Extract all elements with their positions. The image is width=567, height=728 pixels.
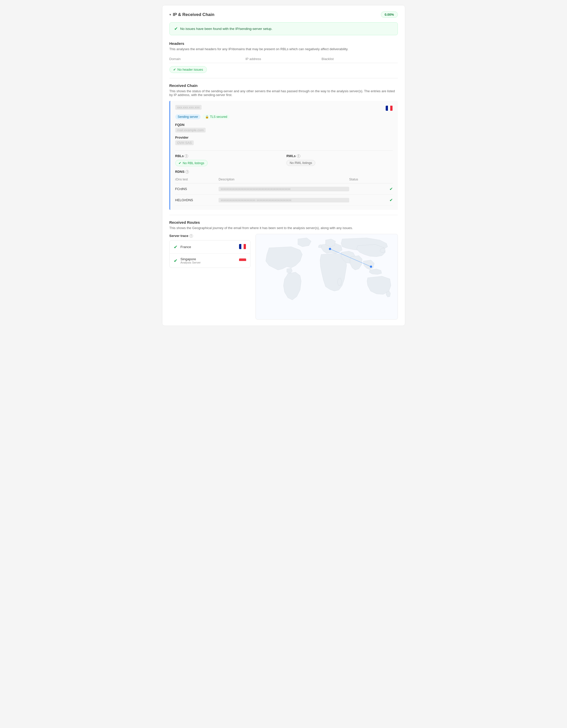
card-title: ▾ IP & Received Chain — [170, 12, 215, 17]
rbl-rwl-row: RBLs i ✔ No RBL listings RWLs i No RWL l… — [175, 150, 393, 166]
no-rwl-badge: No RWL listings — [286, 160, 315, 166]
title-text: IP & Received Chain — [173, 12, 215, 17]
col-domain: Domain — [170, 57, 246, 61]
received-chain-desc: This shows the status of the sending-ser… — [170, 89, 398, 97]
provider-label: Provider — [175, 136, 393, 139]
received-chain-section: Received Chain This shows the status of … — [170, 83, 398, 210]
tls-label: TLS secured — [210, 115, 227, 119]
france-flag-trace — [239, 244, 246, 250]
trace-country-name-france: France — [181, 245, 236, 249]
no-issues-check-icon: ✔ — [173, 68, 176, 71]
chevron-down-icon[interactable]: ▾ — [170, 13, 171, 16]
received-chain-title: Received Chain — [170, 83, 398, 88]
divider-1 — [170, 78, 398, 78]
trace-country-singapore: Singapore Analysis Server — [181, 257, 236, 264]
alert-text: No issues have been found with the IP/se… — [180, 27, 273, 31]
no-issues-badge: ✔ No header issues — [170, 66, 207, 73]
routes-title: Received Routes — [170, 220, 398, 225]
rdns-info-icon[interactable]: i — [185, 170, 189, 174]
provider-value: OVH SAS — [175, 140, 194, 145]
check-circle-icon: ✔ — [174, 26, 178, 31]
singapore-dot — [370, 266, 372, 268]
headers-table-header: Domain IP address Blacklist — [170, 55, 398, 63]
trace-sublabel-singapore: Analysis Server — [181, 261, 236, 264]
rbl-section: RBLs i ✔ No RBL listings — [175, 154, 282, 166]
lock-icon: 🔒 — [205, 115, 209, 119]
sending-server-badge: Sending server — [175, 114, 201, 119]
server-trace-label: Server trace i — [170, 234, 251, 238]
server-trace-panel: Server trace i ✔ France — [170, 234, 251, 320]
no-rbl-badge: ✔ No RBL listings — [175, 160, 208, 166]
rdns-desc-fcrdns: xxxxxxxxxxxxxxxxxxxxxxxxxxxxxxxxxxxxxxxx… — [219, 187, 349, 191]
rdns-row-helo: HELO/rDNS xxxxxxxxxxxxxxxxxxxxxxx xxxxxx… — [175, 195, 393, 206]
success-alert: ✔ No issues have been found with the IP/… — [170, 22, 398, 35]
server-trace-info-icon[interactable]: i — [190, 234, 193, 238]
received-routes-section: Received Routes This shows the Geographi… — [170, 220, 398, 320]
no-rbl-label: No RBL listings — [183, 161, 204, 165]
rwl-section: RWLs i No RWL listings — [286, 154, 393, 166]
rdns-table-header: rDns test Description Status — [175, 176, 393, 183]
trace-row-singapore: ✔ Singapore Analysis Server — [170, 254, 250, 268]
trace-check-france: ✔ — [174, 244, 178, 250]
rdns-label: RDNS i — [175, 170, 393, 174]
headers-title: Headers — [170, 41, 398, 46]
fqdn-label: FQDN — [175, 123, 393, 127]
rdns-section: RDNS i rDns test Description Status FCrd… — [175, 170, 393, 206]
no-rwl-label: No RWL listings — [290, 161, 312, 165]
headers-desc: This analyses the email headers for any … — [170, 47, 398, 51]
rdns-row-fcrdns: FCrdNS xxxxxxxxxxxxxxxxxxxxxxxxxxxxxxxxx… — [175, 183, 393, 195]
fqdn-value: mail.example.com — [175, 128, 206, 133]
trace-check-singapore: ✔ — [174, 258, 178, 264]
rbl-label: RBLs i — [175, 154, 282, 158]
world-map-container — [256, 234, 398, 320]
rwl-info-icon[interactable]: i — [297, 154, 300, 158]
singapore-flag-trace — [239, 258, 246, 264]
rdns-col-test: rDns test — [175, 178, 219, 181]
trace-row-france: ✔ France — [170, 240, 250, 254]
trace-country-name-singapore: Singapore — [181, 257, 236, 261]
chain-server-box: xxx.xxx.xxx.xxx Sending server 🔒 TLS sec… — [170, 101, 398, 210]
no-issues-label: No header issues — [178, 68, 203, 71]
rdns-status-fcrdns: ✔ — [349, 186, 393, 191]
rbl-info-icon[interactable]: i — [185, 154, 188, 158]
world-map-svg — [256, 234, 397, 319]
col-blacklist: Blacklist — [321, 57, 398, 61]
rdns-col-status: Status — [349, 178, 393, 181]
routes-desc: This shows the Geographical journey of t… — [170, 226, 398, 230]
tls-badge: 🔒 TLS secured — [203, 114, 230, 119]
server-trace-area: Server trace i ✔ France — [170, 234, 398, 320]
rwl-label: RWLs i — [286, 154, 393, 158]
rdns-desc-helo: xxxxxxxxxxxxxxxxxxxxxxx xxxxxxxxxxxxxxxx… — [219, 198, 349, 202]
main-card: ▾ IP & Received Chain 0.00% ✔ No issues … — [162, 5, 405, 326]
score-badge: 0.00% — [381, 11, 398, 18]
rdns-test-fcrdns: FCrdNS — [175, 187, 219, 191]
rbl-check-icon: ✔ — [179, 161, 181, 165]
chain-header-row: xxx.xxx.xxx.xxx — [175, 105, 393, 112]
france-dot — [329, 248, 331, 250]
col-ip: IP address — [246, 57, 321, 61]
headers-section: Headers This analyses the email headers … — [170, 41, 398, 73]
rdns-col-desc: Description — [219, 178, 349, 181]
trace-country-france: France — [181, 245, 236, 249]
server-ip: xxx.xxx.xxx.xxx — [175, 105, 202, 110]
france-flag — [386, 106, 393, 111]
rdns-status-helo: ✔ — [349, 198, 393, 202]
card-header: ▾ IP & Received Chain 0.00% — [170, 11, 398, 18]
trace-list: ✔ France — [170, 240, 251, 268]
badges-row: Sending server 🔒 TLS secured — [175, 114, 393, 119]
rdns-test-helo: HELO/rDNS — [175, 198, 219, 202]
